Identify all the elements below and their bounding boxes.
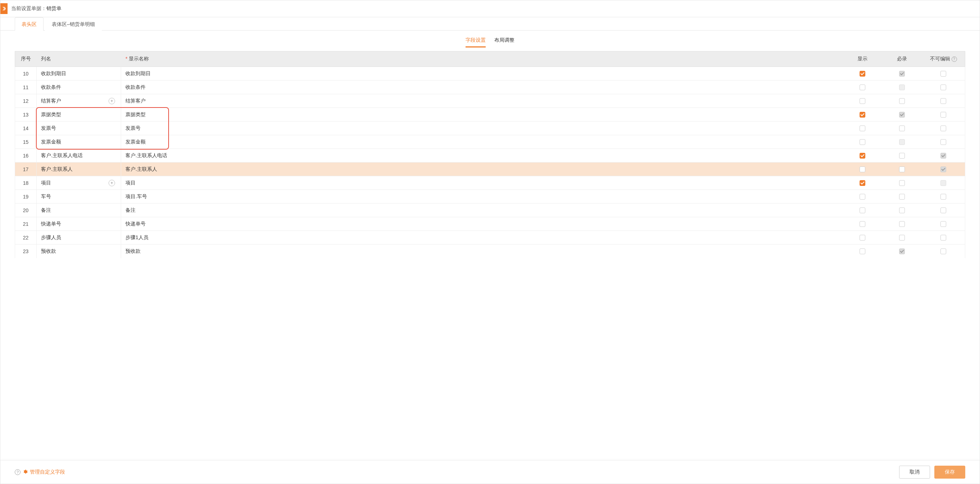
row-locked-cell	[922, 248, 965, 254]
row-displayname[interactable]: 预收款	[121, 248, 843, 255]
required-checkbox[interactable]	[899, 221, 905, 227]
row-displayname[interactable]: 收款条件	[121, 84, 843, 91]
show-checkbox[interactable]	[859, 139, 865, 145]
locked-checkbox[interactable]	[940, 84, 946, 90]
show-checkbox[interactable]	[859, 153, 865, 159]
required-checkbox[interactable]	[899, 98, 905, 104]
add-subfield-button[interactable]: +	[108, 98, 115, 104]
row-displayname[interactable]: 客户.主联系人	[121, 166, 843, 173]
show-checkbox[interactable]	[859, 248, 865, 254]
locked-checkbox[interactable]	[940, 98, 946, 104]
row-displayname[interactable]: 项目	[121, 180, 843, 186]
row-colname-label: 收款到期日	[41, 70, 66, 77]
header-locked-label: 不可编辑	[930, 56, 950, 62]
row-locked-cell	[922, 207, 965, 213]
row-displayname[interactable]: 快递单号	[121, 221, 843, 227]
show-checkbox[interactable]	[859, 126, 865, 131]
locked-checkbox[interactable]	[940, 207, 946, 213]
table-row[interactable]: 13票据类型票据类型	[15, 108, 965, 121]
table-row[interactable]: 15发票金额发票金额	[15, 135, 965, 149]
titlebar-label: 当前设置单据：	[11, 5, 46, 11]
sub-tab-1[interactable]: 布局调整	[494, 36, 514, 48]
locked-checkbox[interactable]	[940, 126, 946, 131]
row-displayname[interactable]: 票据类型	[121, 111, 843, 118]
required-checkbox[interactable]	[899, 167, 905, 172]
row-displayname[interactable]: 项目.车号	[121, 193, 843, 200]
footer-help-icon[interactable]: ?	[15, 469, 21, 475]
row-show-cell	[843, 180, 882, 186]
tab-0[interactable]: 表头区	[15, 17, 43, 30]
header-required: 必录	[882, 51, 922, 67]
manage-custom-fields-link[interactable]: 管理自定义字段	[30, 469, 65, 475]
row-seq: 14	[15, 121, 37, 135]
add-subfield-button[interactable]: +	[108, 180, 115, 186]
collapse-toggle[interactable]	[0, 3, 8, 14]
show-checkbox[interactable]	[859, 98, 865, 104]
row-show-cell	[843, 235, 882, 240]
required-checkbox[interactable]	[899, 194, 905, 199]
table-row[interactable]: 23预收款预收款	[15, 245, 965, 258]
cancel-button[interactable]: 取消	[899, 466, 930, 479]
table-row[interactable]: 21快递单号快递单号	[15, 217, 965, 231]
row-displayname[interactable]: 发票金额	[121, 139, 843, 145]
locked-checkbox[interactable]	[940, 139, 946, 145]
row-locked-cell	[922, 112, 965, 118]
help-icon[interactable]: ?	[951, 56, 957, 62]
show-checkbox[interactable]	[859, 167, 865, 172]
table-row[interactable]: 18项目+项目	[15, 176, 965, 190]
required-checkbox[interactable]	[899, 126, 905, 131]
row-required-cell	[882, 248, 922, 254]
row-colname: 步骤人员	[37, 231, 121, 244]
row-show-cell	[843, 207, 882, 213]
locked-checkbox	[940, 153, 946, 159]
row-required-cell	[882, 235, 922, 240]
locked-checkbox[interactable]	[940, 71, 946, 76]
row-locked-cell	[922, 235, 965, 240]
show-checkbox[interactable]	[859, 194, 865, 199]
row-displayname[interactable]: 结算客户	[121, 98, 843, 104]
table-row[interactable]: 17客户.主联系人客户.主联系人	[15, 162, 965, 176]
table-row[interactable]: 10收款到期日收款到期日	[15, 67, 965, 81]
row-seq: 10	[15, 67, 37, 80]
table-row[interactable]: 12结算客户+结算客户	[15, 94, 965, 108]
locked-checkbox[interactable]	[940, 235, 946, 240]
row-colname-label: 步骤人员	[41, 234, 61, 241]
row-seq: 16	[15, 149, 37, 162]
save-button[interactable]: 保存	[934, 466, 965, 479]
show-checkbox[interactable]	[859, 84, 865, 90]
show-checkbox[interactable]	[859, 71, 865, 76]
header-seq: 序号	[15, 51, 37, 67]
row-displayname[interactable]: 发票号	[121, 125, 843, 132]
sub-tab-0[interactable]: 字段设置	[466, 36, 486, 48]
required-checkbox[interactable]	[899, 235, 905, 240]
row-displayname[interactable]: 步骤1人员	[121, 234, 843, 241]
required-checkbox[interactable]	[899, 207, 905, 213]
table-row[interactable]: 19车号项目.车号	[15, 190, 965, 204]
locked-checkbox[interactable]	[940, 112, 946, 118]
row-colname: 车号	[37, 190, 121, 203]
table-row[interactable]: 11收款条件收款条件	[15, 81, 965, 94]
locked-checkbox[interactable]	[940, 194, 946, 199]
footer-buttons: 取消 保存	[899, 466, 965, 479]
row-displayname[interactable]: 客户.主联系人电话	[121, 153, 843, 159]
footer-left: ? 管理自定义字段	[15, 469, 65, 475]
row-locked-cell	[922, 139, 965, 145]
table-row[interactable]: 14发票号发票号	[15, 121, 965, 135]
show-checkbox[interactable]	[859, 112, 865, 118]
show-checkbox[interactable]	[859, 221, 865, 227]
required-checkbox[interactable]	[899, 153, 905, 159]
table-row[interactable]: 16客户.主联系人电话客户.主联系人电话	[15, 149, 965, 162]
show-checkbox[interactable]	[859, 235, 865, 240]
table-row[interactable]: 22步骤人员步骤1人员	[15, 231, 965, 245]
show-checkbox[interactable]	[859, 207, 865, 213]
tab-1[interactable]: 表体区–销货单明细	[45, 17, 102, 30]
header-display-label: 显示名称	[129, 56, 149, 62]
locked-checkbox[interactable]	[940, 221, 946, 227]
row-displayname[interactable]: 备注	[121, 207, 843, 213]
row-displayname[interactable]: 收款到期日	[121, 70, 843, 77]
table-row[interactable]: 20备注备注	[15, 204, 965, 217]
required-checkbox[interactable]	[899, 180, 905, 186]
locked-checkbox[interactable]	[940, 248, 946, 254]
titlebar-value: 销货单	[46, 5, 62, 11]
show-checkbox[interactable]	[859, 180, 865, 186]
